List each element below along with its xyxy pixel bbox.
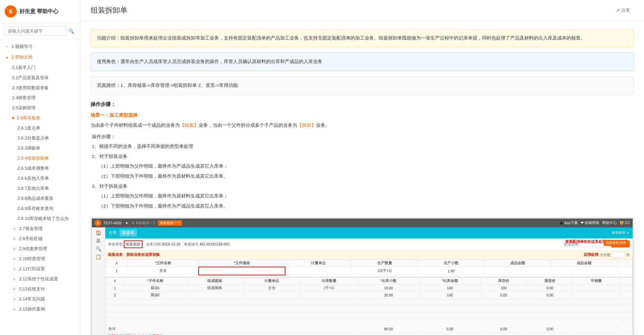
table-row: 1 煤油1 组成规格 主仓 (千+1) 10.00 100 100 <box>106 284 633 291</box>
page-title: 组装拆卸单 <box>91 5 127 15</box>
plus-icon-small: ＋ <box>12 266 16 271</box>
fake-app: 6 TEST-H002 ▼ ⚙ 刷新数据一下 刷新数据一下 📱 App下载 ❤ … <box>92 218 633 335</box>
plus-icon-small: ＋ <box>12 306 16 312</box>
sidebar-item-docs[interactable]: ● 2.帮助文档 <box>0 52 80 63</box>
fake-menu-icon[interactable]: ☰ <box>96 238 101 243</box>
fake-qty-input[interactable] <box>612 252 625 258</box>
annotation-assembly-switch: 组装业务、拆卸业务在这里切换 <box>108 252 160 257</box>
fake-top-bar: 6 TEST-H002 ▼ ⚙ 刷新数据一下 刷新数据一下 📱 App下载 ❤ … <box>92 219 633 227</box>
sidebar-item-inv-sub2[interactable]: 2.6.2分量盘点单 <box>0 133 80 143</box>
sidebar-item-pay[interactable]: ＋ 2.13在线支付 <box>0 284 80 294</box>
fake-tab-new[interactable]: 新建单 <box>119 229 137 236</box>
step-3: 3、对于拆装业务 <box>91 182 634 191</box>
fake-type-field: 单据类型 组装拆卸 <box>108 240 143 248</box>
fake-choose-btn[interactable]: 选择装配清单 <box>604 240 628 246</box>
main-header: 组装拆卸单 ↗ 分享 <box>80 0 644 21</box>
sidebar-item-inv-sub5[interactable]: 2.6.5成本调整单 <box>0 163 80 173</box>
sidebar-item-install[interactable]: 2.2产品安装及登录 <box>0 73 80 83</box>
fake-date-value: 2019-12-26 <box>162 242 180 246</box>
sidebar-logo: 6 好生意 帮助中心 <box>0 0 80 23</box>
plus-icon-small: ＋ <box>12 226 16 231</box>
table-row: 2 煤油2 20.00 140 0.00 <box>106 291 633 298</box>
logo-icon: 6 <box>5 5 17 17</box>
annotation-no-fixed-list: 无固定清单可以自由地在这里录入 <box>105 333 633 335</box>
annotation-enable: 启用处理 <box>584 252 598 257</box>
sidebar-item-prepare[interactable]: 2.3使用前数据准备 <box>0 83 80 93</box>
fake-upper-table: # *父件名称 *父件规格 计量单位 生产数量 生产小数 成品金额 成品金额 <box>105 260 633 275</box>
section-title: 操作步骤： <box>91 101 634 108</box>
sidebar-item-system[interactable]: ＋ 2.12系统个性化设置 <box>0 274 80 284</box>
fake-sidebar-icons: 🏠 ☰ 🔍 📋 <box>92 227 105 335</box>
share-button[interactable]: ↗ 分享 <box>612 5 634 15</box>
fake-top-right: 📱 App下载 ❤ 收藏帮助 帮助中心 🐱 CC <box>559 221 630 225</box>
sidebar-item-print[interactable]: ＋ 2.11打印设置 <box>0 264 80 274</box>
table-row <box>106 305 633 312</box>
sidebar-item-inv-sub6[interactable]: 2.6.6其他入库单 <box>0 173 80 183</box>
fake-active-icon[interactable]: 📋 <box>96 254 101 260</box>
role-block: 使用角色：通常由生产人员或库管人员完成拆装业务的操作，库管人员确认原材料的出库和… <box>91 53 634 71</box>
step-3-1: （1）上部明细为父件明细，最终作为原材料生成其它出库单； <box>91 192 634 201</box>
fake-lower-table-area: # *子件名称 组成规格 计量单位 出库数量 *出库小数 *出库金额 库存价 <box>105 277 633 335</box>
fake-home-icon[interactable]: 🏠 <box>96 230 101 235</box>
fake-search-icon[interactable]: 🔍 <box>96 246 101 252</box>
sidebar-item-sales[interactable]: 2.4销售管理 <box>0 93 80 103</box>
fake-type-value[interactable]: 组装拆卸 <box>124 240 143 248</box>
sidebar-item-video[interactable]: ＋ 1.视频学习 <box>0 41 80 52</box>
step-3-2: （2）下部明细为子件明细，最终作为产成品生成其它入库单。 <box>91 202 634 211</box>
table-footer: 合计 88.00 0.06 0.00 0.00 <box>106 325 633 332</box>
fake-order-value: AD-20191226-001 <box>200 242 230 246</box>
col-parent-name: *父件名称 <box>127 260 199 267</box>
sidebar-item-purchase[interactable]: 2.5采购管理 <box>0 103 80 113</box>
plus-icon-small: ＋ <box>12 296 16 301</box>
fake-header-actions: 组装拆卸 ✕ <box>612 230 629 235</box>
fake-form-area: 单据类型 组装拆卸 业务日期 2019-12-26 单据编号 AD-201912… <box>105 238 633 250</box>
col-action <box>617 260 632 267</box>
search-input[interactable] <box>5 26 67 36</box>
search-button[interactable]: 🔍 <box>67 27 75 35</box>
fake-tabs: 自营 新建单 <box>109 229 140 236</box>
sidebar-item-inv-sub10[interactable]: 2.6.10库存账本错了怎么办 <box>0 214 80 224</box>
minus-icon: ● <box>5 55 9 60</box>
fake-order-field: 单据编号 AD-20191226-001 <box>184 242 230 247</box>
sidebar-item-inv-sub4[interactable]: 2.6.4组装拆卸单 <box>0 153 80 163</box>
step-2-2: （2）下部明细为子件明细，最终作为原材料生成其它出库单。 <box>91 172 634 181</box>
sidebar-item-coupon[interactable]: ＋ 2.9优惠券管理 <box>0 244 80 254</box>
step-2: 2、对于组装业务 <box>91 152 634 161</box>
col-parent-spec: *父件规格 <box>199 260 285 267</box>
plus-icon-small: ＋ <box>12 246 16 251</box>
sidebar-item-inventory[interactable]: 2.6库存核算 <box>0 113 80 123</box>
sidebar-item-inv-sub3[interactable]: 2.6.3调拨单 <box>0 143 80 153</box>
sidebar-item-inv-sub9[interactable]: 2.6.9库存账本查询 <box>0 204 80 214</box>
fake-parent-spec-input[interactable] <box>232 268 252 274</box>
sidebar-item-inv-sub8[interactable]: 2.6.8商品成本重算 <box>0 193 80 204</box>
sidebar-item-capital[interactable]: ＋ 2.7资金管理 <box>0 224 80 234</box>
fake-section-label: 组装业务、拆卸业务在这里切换 启用处理 大件数 件 <box>105 250 633 260</box>
fake-lower-table: # *子件名称 组成规格 计量单位 出库数量 *出库小数 *出库金额 库存价 <box>105 277 633 333</box>
sidebar-item-inv-sub7[interactable]: 2.6.7其他出库单 <box>0 183 80 193</box>
sidebar-item-mobile[interactable]: ＋ 2.8手机旺铺 <box>0 234 80 244</box>
scene-desc: 当由多个子件材料组装成一个成品的业务为【组装】业务，当由一个父件拆分成多个子产品… <box>91 121 634 130</box>
col-seq: # <box>106 260 128 267</box>
screenshot-container: 6 TEST-H002 ▼ ⚙ 刷新数据一下 刷新数据一下 📱 App下载 ❤ … <box>91 217 634 335</box>
fake-main-area: 自营 新建单 组装拆卸 ✕ <box>105 227 633 335</box>
sidebar-item-faq[interactable]: ＋ 2.14常见问题 <box>0 294 80 304</box>
fake-tab-auto[interactable]: 自营 <box>109 230 117 236</box>
path-block: 页面路径：1、库存核算->库存管理->组装拆卸单 2、首页->常用功能 <box>91 76 634 95</box>
col-qty2: 生产小数 <box>418 260 484 267</box>
choose-config-button[interactable]: 选择装配清单 <box>604 240 628 246</box>
fake-right-annotation: 启用处理 <box>162 252 598 257</box>
main-content: 组装拆卸单 ↗ 分享 功能介绍：组装拆卸单用来处理企业组装或拆卸等加工业务，支持… <box>80 0 644 335</box>
fake-upper-table-area: # *父件名称 *父件规格 计量单位 生产数量 生产小数 成品金额 成品金额 <box>105 260 633 277</box>
sidebar-item-ops[interactable]: ＋ 2.10经营管理 <box>0 254 80 264</box>
sidebar-item-case[interactable]: ＋ 2.15操作案例 <box>0 304 80 314</box>
table-row <box>106 298 633 305</box>
plus-icon: ＋ <box>5 44 9 49</box>
sidebar-item-inv-sub1[interactable]: 2.6.1盘点单 <box>0 123 80 133</box>
sidebar-item-newbie[interactable]: 2.1新手入门 <box>0 63 80 73</box>
table-row <box>106 312 633 319</box>
share-icon: ↗ <box>616 8 620 13</box>
nav-section: ＋ 1.视频学习 ● 2.帮助文档 2.1新手入门 2.2产品安装及登录 2.3… <box>0 39 80 316</box>
col-qty: 生产数量 <box>352 260 418 267</box>
table-row <box>106 319 633 325</box>
fake-close-icon[interactable]: ✕ <box>627 231 629 235</box>
